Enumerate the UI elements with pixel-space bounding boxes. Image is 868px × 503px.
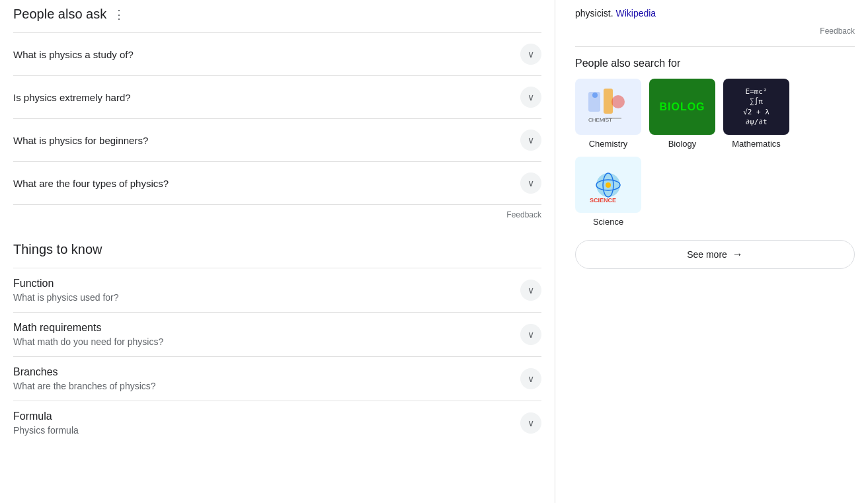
faq-list: What is physics a study of? ∨ Is physics…: [13, 32, 541, 205]
know-item-text: Formula Physics formula: [13, 410, 79, 436]
see-more-button[interactable]: See more →: [575, 240, 855, 269]
know-item-subtitle: Physics formula: [13, 425, 79, 436]
know-item[interactable]: Math requirements What math do you need …: [13, 312, 541, 356]
faq-question: Is physics extremely hard?: [13, 92, 131, 103]
things-to-know-section: Things to know Function What is physics …: [13, 242, 541, 445]
see-more-label: See more: [687, 249, 727, 260]
chevron-button[interactable]: ∨: [520, 130, 541, 151]
know-item[interactable]: Branches What are the branches of physic…: [13, 356, 541, 401]
card-image: BIOLOG: [649, 79, 715, 135]
svg-rect-1: [604, 89, 613, 114]
right-top-text: physicist. Wikipedia: [575, 7, 855, 19]
faq-question: What are the four types of physics?: [13, 178, 169, 189]
card-label: Biology: [668, 139, 697, 149]
faq-item[interactable]: What is physics a study of? ∨: [13, 32, 541, 75]
card-image: E=mc²∑∫π√2 + λ∂ψ/∂t: [723, 79, 789, 135]
divider: [575, 46, 855, 47]
card-label: Science: [593, 217, 623, 227]
card-label: Chemistry: [589, 139, 628, 149]
know-chevron-button[interactable]: ∨: [520, 324, 541, 345]
know-item-text: Branches What are the branches of physic…: [13, 366, 156, 391]
faq-item[interactable]: Is physics extremely hard? ∨: [13, 75, 541, 118]
people-also-ask-title: People also ask: [13, 7, 106, 22]
more-options-icon[interactable]: ⋮: [113, 7, 125, 22]
know-item-subtitle: What are the branches of physics?: [13, 381, 156, 391]
faq-item[interactable]: What are the four types of physics? ∨: [13, 161, 541, 205]
search-card[interactable]: CHEMIST Chemistry: [575, 79, 641, 149]
know-item-subtitle: What math do you need for physics?: [13, 336, 163, 347]
know-item[interactable]: Formula Physics formula ∨: [13, 401, 541, 445]
card-image: CHEMIST: [575, 79, 641, 135]
svg-point-2: [612, 95, 625, 108]
know-chevron-button[interactable]: ∨: [520, 368, 541, 389]
know-item-subtitle: What is physics used for?: [13, 292, 119, 303]
chevron-button[interactable]: ∨: [520, 44, 541, 65]
search-card[interactable]: BIOLOG Biology: [649, 79, 715, 149]
also-search-section: People also search for CHEMIST Chemistry…: [575, 58, 855, 269]
know-chevron-button[interactable]: ∨: [520, 412, 541, 434]
card-label: Mathematics: [732, 139, 781, 149]
faq-question: What is physics for beginners?: [13, 135, 148, 146]
arrow-right-icon: →: [732, 249, 743, 260]
svg-point-4: [592, 93, 598, 98]
faq-item[interactable]: What is physics for beginners? ∨: [13, 118, 541, 161]
know-item-text: Math requirements What math do you need …: [13, 322, 163, 347]
know-item-title: Branches: [13, 366, 156, 378]
left-feedback[interactable]: Feedback: [13, 205, 541, 222]
people-also-ask-header: People also ask ⋮: [13, 7, 541, 22]
know-chevron-button[interactable]: ∨: [520, 280, 541, 301]
right-panel: physicist. Wikipedia Feedback People als…: [555, 0, 868, 503]
know-item-title: Math requirements: [13, 322, 163, 334]
search-card[interactable]: SCIENCE Science: [575, 157, 641, 227]
also-search-title: People also search for: [575, 58, 855, 69]
card-image: SCIENCE: [575, 157, 641, 213]
know-list: Function What is physics used for? ∨ Mat…: [13, 268, 541, 445]
chevron-button[interactable]: ∨: [520, 173, 541, 194]
chevron-button[interactable]: ∨: [520, 87, 541, 108]
svg-point-9: [606, 182, 611, 188]
know-item-title: Formula: [13, 410, 79, 422]
svg-text:CHEMIST: CHEMIST: [588, 117, 612, 123]
know-item-text: Function What is physics used for?: [13, 278, 119, 303]
right-feedback[interactable]: Feedback: [575, 21, 855, 41]
know-item-title: Function: [13, 278, 119, 290]
know-item[interactable]: Function What is physics used for? ∨: [13, 268, 541, 312]
things-to-know-title: Things to know: [13, 242, 541, 257]
search-card[interactable]: E=mc²∑∫π√2 + λ∂ψ/∂t Mathematics: [723, 79, 789, 149]
faq-question: What is physics a study of?: [13, 49, 134, 60]
wikipedia-link[interactable]: Wikipedia: [615, 8, 656, 19]
svg-text:SCIENCE: SCIENCE: [590, 197, 616, 204]
search-cards: CHEMIST Chemistry BIOLOG Biology E=mc²∑∫…: [575, 79, 855, 227]
left-panel: People also ask ⋮ What is physics a stud…: [0, 0, 555, 503]
